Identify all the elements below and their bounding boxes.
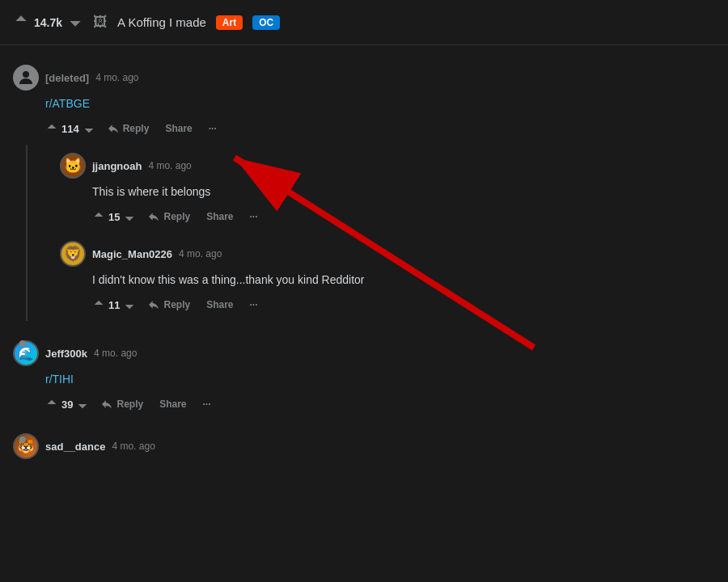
comment-2-dot (19, 340, 26, 347)
comment-1-vote[interactable]: 114 (45, 122, 95, 135)
comment-1-1-share-button[interactable]: Share (201, 208, 238, 226)
comment-1-1-avatar: 🐱 (60, 153, 86, 179)
comment-1-more-icon: ··· (209, 123, 217, 134)
comment-1-2-reply-label: Reply (163, 299, 190, 310)
tag-oc: OC (252, 15, 280, 30)
comment-1-username: [deleted] (45, 72, 89, 84)
comment-1-1-username: jjangnoah (92, 160, 142, 172)
comment-1-2-header: 🦁 Magic_Man0226 4 mo. ago (60, 241, 702, 267)
comments-section: [deleted] 4 mo. ago r/ATBGE 114 Reply Sh… (0, 45, 728, 477)
comment-1-vote-count: 114 (61, 123, 79, 135)
comment-1-link[interactable]: r/ATBGE (45, 97, 90, 110)
comment-1-1-reply-label: Reply (163, 211, 190, 222)
comment-1-1-more-icon: ··· (250, 211, 258, 222)
comment-1-reply-icon (107, 122, 120, 135)
comment-1-1-actions: 15 Reply Share ··· (92, 207, 702, 226)
comment-2-body: r/TIHI (45, 371, 715, 388)
comment-1-2-share-label: Share (206, 299, 233, 310)
comment-1-2-more-button[interactable]: ··· (245, 296, 263, 314)
image-icon: 🖼 (93, 14, 108, 31)
comment-1-2-body: I didn't know this was a thing...thank y… (92, 272, 702, 289)
comment-2-vote[interactable]: 39 (45, 398, 89, 411)
comment-1-1: 🐱 jjangnoah 4 mo. ago This is where it b… (28, 145, 715, 233)
comment-1-2: 🦁 Magic_Man0226 4 mo. ago I didn't know … (28, 233, 715, 321)
comment-1-actions: 114 Reply Share ··· (45, 119, 715, 138)
comment-3-dot (19, 436, 26, 443)
comment-1-1-downvote-icon[interactable] (123, 210, 136, 223)
svg-point-2 (23, 71, 29, 78)
comment-1-2-avatar: 🦁 (60, 241, 86, 267)
comment-2-share-button[interactable]: Share (154, 395, 191, 413)
comment-1-2-reply-button[interactable]: Reply (142, 295, 195, 314)
comment-2-downvote-icon[interactable] (76, 398, 89, 411)
comment-1-1-vote[interactable]: 15 (92, 210, 136, 223)
comment-1-2-more-icon: ··· (250, 299, 258, 310)
comment-2-avatar: 🌊 (13, 340, 39, 366)
comment-1-1-reply-icon (147, 210, 160, 223)
comment-3-header: 🐯 sad__dance 4 mo. ago (13, 433, 715, 459)
comment-1-1-body: This is where it belongs (92, 183, 702, 200)
comment-1-1-upvote-icon[interactable] (92, 210, 105, 223)
upvote-icon[interactable] (13, 13, 29, 32)
comment-3-username: sad__dance (45, 441, 105, 453)
comment-1-1-more-button[interactable]: ··· (245, 208, 263, 226)
comment-3-timestamp: 4 mo. ago (112, 441, 154, 452)
comment-3-avatar: 🐯 (13, 433, 39, 459)
comment-2-actions: 39 Reply Share ··· (45, 394, 715, 414)
tag-art: Art (216, 15, 243, 30)
comment-1: [deleted] 4 mo. ago r/ATBGE 114 Reply Sh… (0, 52, 728, 327)
top-bar: 14.7k 🖼 A Koffing I made Art OC (0, 0, 728, 45)
comment-1-thread: 🐱 jjangnoah 4 mo. ago This is where it b… (26, 145, 715, 321)
comment-1-2-timestamp: 4 mo. ago (179, 248, 222, 259)
comment-1-share-label: Share (165, 123, 192, 134)
comment-1-2-downvote-icon[interactable] (123, 298, 136, 311)
comment-2-reply-label: Reply (116, 399, 143, 410)
comment-1-2-share-button[interactable]: Share (201, 296, 238, 314)
comment-1-2-username: Magic_Man0226 (92, 248, 172, 260)
post-vote-count: 14.7k (34, 16, 62, 29)
comment-1-1-timestamp: 4 mo. ago (148, 160, 191, 171)
comment-1-1-header: 🐱 jjangnoah 4 mo. ago (60, 153, 702, 179)
comment-2-more-button[interactable]: ··· (198, 395, 216, 413)
comment-1-2-actions: 11 Reply Share ··· (92, 295, 702, 314)
comment-1-2-vote-count: 11 (108, 299, 120, 311)
comment-1-share-button[interactable]: Share (160, 120, 197, 137)
comment-1-2-vote[interactable]: 11 (92, 298, 136, 311)
comment-1-more-button[interactable]: ··· (204, 120, 222, 137)
comment-2-reply-button[interactable]: Reply (95, 394, 148, 414)
comment-1-1-reply-button[interactable]: Reply (142, 207, 195, 226)
comment-1-body: r/ATBGE (45, 95, 715, 112)
comment-1-avatar (13, 65, 39, 91)
comment-2-reply-icon (100, 398, 113, 411)
post-vote-area[interactable]: 14.7k (13, 13, 83, 32)
comment-1-upvote-icon[interactable] (45, 122, 58, 135)
comment-1-timestamp: 4 mo. ago (95, 72, 138, 83)
comment-1-2-reply-icon (147, 298, 160, 311)
comment-2-timestamp: 4 mo. ago (94, 348, 137, 359)
comment-2-header: 🌊 Jeff300k 4 mo. ago (13, 340, 715, 366)
comment-1-1-vote-count: 15 (108, 211, 120, 223)
comment-3: 🐯 sad__dance 4 mo. ago (0, 420, 728, 470)
comment-2-link[interactable]: r/TIHI (45, 373, 74, 386)
comment-2-more-icon: ··· (203, 399, 211, 410)
comment-1-2-upvote-icon[interactable] (92, 298, 105, 311)
comment-1-reply-button[interactable]: Reply (102, 119, 154, 138)
comment-2-username: Jeff300k (45, 348, 87, 360)
comment-1-downvote-icon[interactable] (83, 122, 95, 135)
comment-1-header: [deleted] 4 mo. ago (13, 65, 715, 91)
comment-1-reply-label: Reply (123, 123, 150, 134)
comment-1-1-share-label: Share (206, 211, 233, 222)
downvote-icon[interactable] (67, 13, 83, 32)
comment-2-vote-count: 39 (61, 399, 73, 411)
post-title: A Koffing I made (117, 15, 206, 29)
comment-2: 🌊 Jeff300k 4 mo. ago r/TIHI 39 Reply Sha… (0, 327, 728, 420)
comment-2-upvote-icon[interactable] (45, 398, 58, 411)
comment-2-share-label: Share (159, 399, 186, 410)
